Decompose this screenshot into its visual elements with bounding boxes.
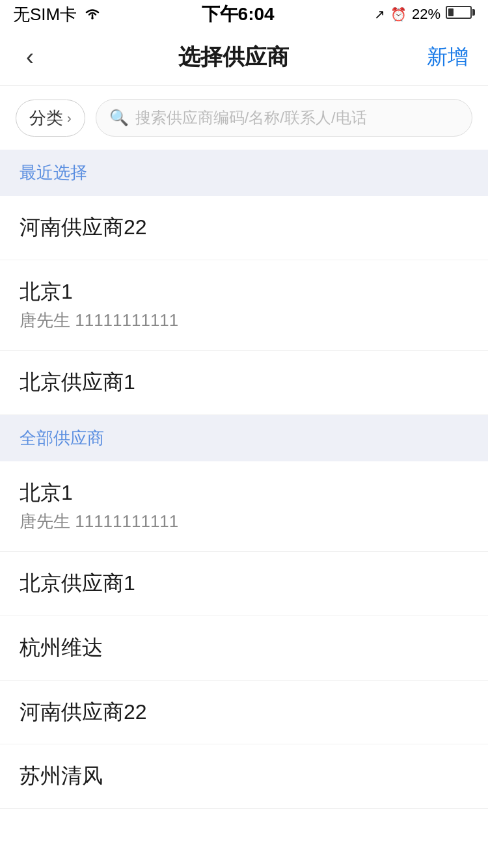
- search-icon: 🔍: [109, 109, 129, 127]
- all-section-label: 全部供应商: [20, 428, 104, 448]
- item-name: 河南供应商22: [20, 699, 468, 726]
- status-right: ↗ ⏰ 22%: [374, 6, 475, 23]
- list-item[interactable]: 北京1唐先生 11111111111: [0, 461, 488, 552]
- battery-percent: 22%: [412, 6, 441, 23]
- all-items-list: 北京1唐先生 11111111111北京供应商1杭州维达河南供应商22苏州清风: [0, 461, 488, 809]
- category-label: 分类: [29, 107, 63, 129]
- recent-section-label: 最近选择: [20, 163, 87, 182]
- back-button[interactable]: ‹: [20, 37, 40, 77]
- list-item[interactable]: 苏州清风: [0, 744, 488, 809]
- status-bar: 无SIM卡 下午6:04 ↗ ⏰ 22%: [0, 0, 488, 29]
- filter-bar: 分类 › 🔍 搜索供应商编码/名称/联系人/电话: [0, 86, 488, 150]
- item-sub: 唐先生 11111111111: [20, 309, 468, 332]
- item-name: 北京供应商1: [20, 570, 468, 597]
- item-name: 杭州维达: [20, 634, 468, 662]
- location-icon: ↗: [374, 7, 385, 22]
- chevron-right-icon: ›: [67, 111, 72, 126]
- recent-section-header: 最近选择: [0, 150, 488, 196]
- search-box[interactable]: 🔍 搜索供应商编码/名称/联系人/电话: [96, 99, 472, 137]
- item-name: 苏州清风: [20, 763, 468, 790]
- list-item[interactable]: 北京1唐先生 11111111111: [0, 260, 488, 351]
- status-carrier: 无SIM卡: [13, 3, 102, 26]
- wifi-icon: [83, 5, 102, 25]
- list-item[interactable]: 北京供应商1: [0, 351, 488, 415]
- category-button[interactable]: 分类 ›: [16, 100, 85, 137]
- item-sub: 唐先生 11111111111: [20, 510, 468, 533]
- list-item[interactable]: 北京供应商1: [0, 552, 488, 616]
- list-item[interactable]: 杭州维达: [0, 616, 488, 681]
- item-name: 北京1: [20, 480, 468, 507]
- nav-bar: ‹ 选择供应商 新增: [0, 29, 488, 86]
- alarm-icon: ⏰: [390, 7, 407, 22]
- item-name: 北京供应商1: [20, 369, 468, 396]
- svg-point-0: [91, 17, 94, 20]
- list-item[interactable]: 河南供应商22: [0, 196, 488, 260]
- page-title: 选择供应商: [178, 42, 289, 72]
- status-time: 下午6:04: [202, 2, 275, 27]
- battery-icon: [446, 6, 475, 23]
- item-name: 河南供应商22: [20, 214, 468, 241]
- recent-items-list: 河南供应商22北京1唐先生 11111111111北京供应商1: [0, 196, 488, 415]
- all-section-header: 全部供应商: [0, 415, 488, 461]
- search-placeholder: 搜索供应商编码/名称/联系人/电话: [135, 107, 367, 128]
- list-item[interactable]: 河南供应商22: [0, 681, 488, 745]
- add-button[interactable]: 新增: [427, 43, 468, 72]
- item-name: 北京1: [20, 278, 468, 306]
